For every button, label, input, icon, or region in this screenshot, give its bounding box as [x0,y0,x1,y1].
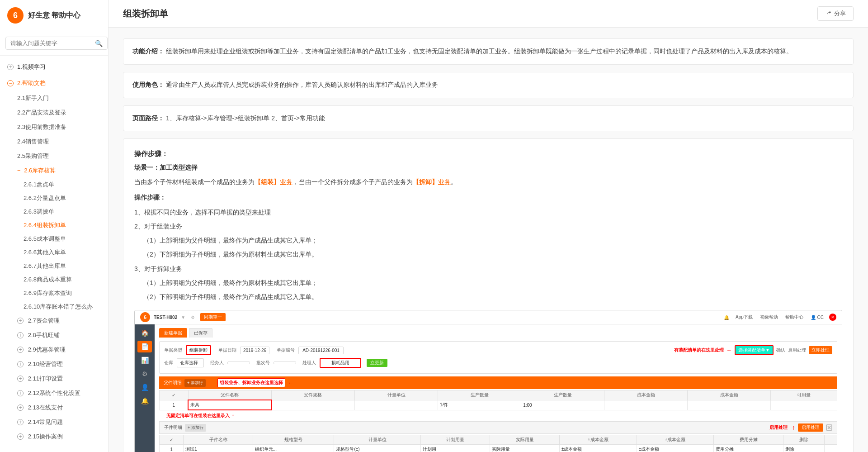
ss-select-btn: 选择装配清单▼ [735,345,774,355]
ss-bth-spec: 规格型号 [253,435,334,445]
ss-bth-unit: 计量单位 [334,435,421,445]
content-area: 功能介绍： 组装拆卸单用来处理企业组装或拆卸等加工业务，支持有固定装配清单的产品… [108,28,868,452]
sidebar: 6 好生意 帮助中心 🔍 + 1.视频学习 − 2.帮助文档 2.1新手入门 2… [0,0,108,452]
ss-td-qty2: 1:00 [521,400,604,410]
sidebar-item-video[interactable]: + 1.视频学习 [0,59,108,75]
sidebar-item-inventory[interactable]: − 2.6库存核算 [0,163,108,178]
ss-id: TEST-H002 [154,315,177,320]
sidebar-item-accounterr[interactable]: 2.6.10库存账本错了怎么办 [0,300,108,314]
ss-form-section: 单据类型 组装拆卸 单据日期 2019-12-26 单据编号 AD-201912… [159,341,837,374]
step3: 3、对于拆卸业务 [134,263,842,275]
sidebar-item-coupon[interactable]: + 2.9优惠券管理 [0,343,108,357]
ss-confirm-label: 确认 [776,347,785,353]
logo-text: 好生意 帮助中心 [28,11,80,20]
nav-section-docs: − 2.帮助文档 2.1新手入门 2.2产品安装及登录 2.3使用前数据准备 2… [0,76,108,444]
sidebar-item-sales[interactable]: 2.4销售管理 [0,134,108,149]
ss-td-spec [271,400,354,410]
step2: 2、对于组装业务 [134,221,842,232]
ss-main-form: 新建单据 已保存 单据类型 组装拆卸 单据日期 2019-12-26 单据编号 [155,324,842,452]
ss-date-value: 2019-12-26 [240,347,269,354]
sidebar-item-purchase[interactable]: 2.5采购管理 [0,149,108,163]
ss-expand-icon [826,424,832,431]
page-title: 组装拆卸单 [123,8,168,20]
sidebar-item-goodscost[interactable]: 2.6.8商品成本重算 [0,273,108,286]
screenshot-mockup: 6 TEST-H002 ▼ ⚙ 同期單一 🔔 App下载 初级帮助 帮助中心 👤… [134,310,842,452]
ss-th-cost1: 成本金额 [604,390,688,400]
search-icon[interactable]: 🔍 [95,40,103,47]
ss-batch [274,362,296,364]
ss-bth-qty-plan: 计划用量 [420,435,490,445]
ss-bth-cost2: ±成本金额 [637,435,714,445]
sidebar-item-faq[interactable]: + 2.14常见问题 [0,415,108,429]
sidebar-item-stocktake[interactable]: 2.6.1盘点单 [0,178,108,191]
logo-area: 6 好生意 帮助中心 [0,0,108,31]
scenario1-title: 场景一：加工类型选择 [134,164,842,172]
intro-text: 组装拆卸单用来处理企业组装或拆卸等加工业务，支持有固定装配清单的产品加工业务，也… [166,48,793,55]
intro-label: 功能介绍： [132,48,164,55]
ss-helpcenter: 帮助中心 [785,314,803,320]
step3-sub2: （2）下部明细为子件明细，最终作为产成品生成其它入库单。 [143,291,842,303]
ss-bottom-annotation: 无固定清单可在组装在这里录入 ↑ [159,412,837,419]
ss-th-name: 父件名称 [188,390,271,400]
ss-form-row2: 仓库 仓库选择 经办人 批次号 处理人 损耗品用 立更新 [164,358,832,368]
search-input[interactable] [5,37,108,50]
sidebar-item-data[interactable]: 2.3使用前数据准备 [0,120,108,134]
sidebar-item-transfer[interactable]: 2.6.3调拨单 [0,205,108,219]
ss-help1: 初级帮助 [760,314,778,320]
ss-tabs: 新建单据 已保存 [159,328,837,338]
page-header: 组装拆卸单 分享 [108,0,868,28]
sidebar-item-docs[interactable]: − 2.帮助文档 [0,76,108,91]
sidebar-item-finance[interactable]: + 2.7资金管理 [0,314,108,328]
sidebar-item-print[interactable]: + 2.11打印设置 [0,371,108,386]
sidebar-item-newbie[interactable]: 2.1新手入门 [0,91,108,105]
nav-section-video: + 1.视频学习 [0,59,108,75]
ss-nav-chart: 📊 [137,354,152,366]
ss-nav-user: 👤 [137,381,152,393]
ss-logo: 6 [140,312,150,322]
ss-td-cost1 [604,400,688,410]
ss-confirm-btn: 立更新 [367,359,387,367]
ss-nav-bell: 🔔 [137,395,152,407]
ss-app: App下载 [736,314,753,320]
ss-top-table: ✓ 父件名称 父件规格 计量单位 生产数量 生产数量 成本金额 成本金额 可用量 [159,390,837,410]
ss-docno-value: AD-20191226-001 [298,347,344,354]
sidebar-item-stockcheck[interactable]: 2.6.9库存账本查询 [0,286,108,300]
sidebar-item-assemble[interactable]: 2.6.4组装拆卸单 [0,219,108,232]
ss-bth-extra [824,435,837,445]
ss-topbar: 6 TEST-H002 ▼ ⚙ 同期單一 🔔 App下载 初级帮助 帮助中心 👤… [135,310,842,324]
ss-td-avail [771,400,837,410]
ss-th-qty1: 生产数量 [438,390,521,400]
sidebar-item-ops[interactable]: + 2.10经营管理 [0,357,108,371]
ss-cc: 👤 CC [811,315,824,320]
sidebar-item-costadj[interactable]: 2.6.5成本调整单 [0,232,108,246]
ss-doctype-label: 单据类型 [164,347,182,353]
sidebar-item-otheroutbound[interactable]: 2.6.7其他出库单 [0,259,108,273]
ss-processor: 损耗品用 [320,358,361,368]
expand-icon: + [7,64,14,70]
ss-body: 🏠 📄 📊 ⚙ 👤 🔔 新建单据 已保存 [135,324,842,452]
ss-td-unit [355,400,438,410]
sidebar-item-install[interactable]: 2.2产品安装及登录 [0,105,108,120]
sidebar-item-sysconfig[interactable]: + 2.12系统个性化设置 [0,386,108,400]
ss-bth-op: 删除 [783,435,824,445]
path-label: 页面路径： [132,114,164,122]
sidebar-item-otherinbound[interactable]: 2.6.6其他入库单 [0,246,108,259]
ss-tab-list: 已保存 [189,328,212,338]
sidebar-item-mobile[interactable]: + 2.8手机旺铺 [0,328,108,343]
step3-sub1: （1）上部明细为父件明细，最终作为原材料生成其它出库单； [143,277,842,289]
ss-section-label: 父件明细 [164,380,182,386]
ss-process-label: 启用处理 [788,347,806,353]
step2-sub2: （2）下部明细为子件明细，最终作为原材料生成其它出库单。 [143,249,842,260]
ss-bottom-btn: 启用处理 [798,423,823,432]
sidebar-item-partialtake[interactable]: 2.6.2分量盘点单 [0,191,108,205]
ss-th-avail: 可用量 [771,390,837,400]
role-block: 使用角色： 通常由生产人员或库管人员完成拆装业务的操作，库管人员确认原材料的出库… [123,72,854,98]
step2-sub1: （1）上部明细为父件明细，最终作为产成品生成其它入库单； [143,235,842,246]
search-area: 🔍 [0,31,108,56]
collapse-icon: − [7,80,14,86]
sidebar-item-cases[interactable]: + 2.15操作案例 [0,429,108,444]
share-button[interactable]: 分享 [817,6,854,21]
sidebar-item-onlinepay[interactable]: + 2.13在线支付 [0,400,108,415]
ss-td-qty1: 1/件 [438,400,521,410]
ss-bottom-table: ✓ 子件名称 规格型号 计量单位 计划用量 实际用量 ±成本金额 ±成本金额 费… [159,435,837,452]
